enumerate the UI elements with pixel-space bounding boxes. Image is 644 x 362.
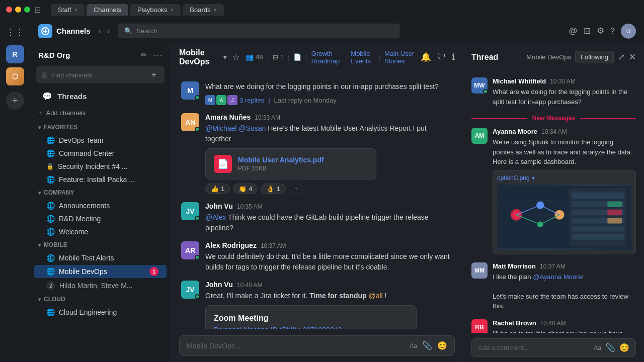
divider-line-right <box>580 118 636 119</box>
section-favorites[interactable]: ▾ FAVORITES <box>30 121 171 134</box>
channel-link-mobile-events[interactable]: Mobile Events <box>351 50 374 65</box>
channel-cloud-engineering-label: Cloud Engineering <box>59 308 158 316</box>
tab-channels[interactable]: Channels <box>87 4 128 16</box>
tab-boards[interactable]: Boards × <box>183 4 224 16</box>
bookmark-icon[interactable]: ⊟ <box>584 26 591 36</box>
globe-icon: 🌐 <box>46 308 55 316</box>
channel-members-count: 48 <box>256 53 263 61</box>
tab-boards-close[interactable]: × <box>214 7 217 13</box>
channel-devops-team[interactable]: 🌐 DevOps Team <box>34 134 167 146</box>
channel-cloud-engineering[interactable]: 🌐 Cloud Engineering <box>34 306 167 318</box>
threads-label: Threads <box>57 92 87 101</box>
close-button[interactable] <box>6 7 12 13</box>
sidebar-item-threads[interactable]: 💬 Threads <box>34 87 167 105</box>
channel-announcements-label: Announcements <box>59 202 158 210</box>
workspace-icon-1[interactable]: R <box>6 45 24 63</box>
file-name[interactable]: Mobile User Analytics.pdf <box>238 156 368 164</box>
dm-hilda-steve[interactable]: 2 Hilda Martin, Steve M... <box>34 279 167 292</box>
channel-announcements[interactable]: 🌐 Announcements <box>34 200 167 212</box>
channel-meta: 👥 48 | ⊟ 1 | 📄 | Growth Roadm <box>246 50 415 65</box>
tab-staff[interactable]: Staff × <box>51 4 85 16</box>
following-button[interactable]: Following <box>575 51 614 63</box>
mention-alex[interactable]: @Alex <box>205 213 226 221</box>
channel-command-center[interactable]: 🌐 Command Center <box>34 147 167 159</box>
reaction-clap[interactable]: 👏 4 <box>233 184 258 194</box>
channel-link-growth-roadmap[interactable]: Growth Roadmap <box>311 50 341 65</box>
message-text-5: Great, I'll make a Jira ticket for it. T… <box>205 291 453 301</box>
channel-welcome[interactable]: 🌐 Welcome <box>34 226 167 238</box>
forward-button[interactable]: › <box>105 25 112 38</box>
channel-rnd-meeting[interactable]: 🌐 R&D Meeting <box>34 213 167 225</box>
thread-emoji-icon[interactable]: 😊 <box>619 343 629 352</box>
emoji-icon[interactable]: 😊 <box>437 341 447 350</box>
thread-replies-button[interactable]: M A J 3 replies | Last reply on Monday <box>205 95 453 105</box>
add-channel-button[interactable]: + <box>148 69 159 80</box>
attach-icon[interactable]: 📎 <box>422 341 432 350</box>
thread-text-1: What are we doing for the logging points… <box>493 87 636 107</box>
image-filename[interactable]: optionC.png ▾ <box>497 174 631 182</box>
channel-files-button[interactable]: 📄 <box>293 53 301 61</box>
msg-3-rest: Think we could have the GitLab build pip… <box>205 213 429 232</box>
workspace-icon-2[interactable]: ⬡ <box>6 67 24 85</box>
minimize-button[interactable] <box>15 7 21 13</box>
mention-susan[interactable]: @Susan <box>238 124 266 132</box>
search-bar[interactable]: 🔍 Search <box>118 24 399 38</box>
tab-playbooks[interactable]: Playbooks × <box>130 4 181 16</box>
find-channels-input[interactable] <box>51 71 144 79</box>
section-mobile[interactable]: ▾ MOBILE <box>30 238 171 251</box>
avatar: M <box>181 81 199 100</box>
thread-comment-input[interactable] <box>478 344 590 351</box>
thread-attach-icon[interactable]: 📎 <box>605 343 615 352</box>
channel-mobile-devops-badge: 1 <box>149 267 158 276</box>
globe-icon: 🌐 <box>46 267 55 276</box>
sidebar-org-name: R&D Org <box>38 51 70 59</box>
thread-text-4: I'll be on to trouble-shoot any issues w… <box>493 329 636 333</box>
reaction-ok[interactable]: 👌 1 <box>261 184 285 194</box>
compose-icon[interactable]: ✏ <box>138 49 149 60</box>
channel-bookmark-button[interactable]: ⊟ 1 <box>273 53 284 61</box>
topbar: Channels ‹ › 🔍 Search @ ⊟ ⚙ ? U <box>30 19 644 43</box>
brand-name: Channels <box>56 27 91 35</box>
channel-mobile-test-alerts[interactable]: 🌐 Mobile Test Alerts <box>34 252 167 264</box>
close-thread-icon[interactable]: ✕ <box>629 52 636 62</box>
expand-thread-icon[interactable]: ⤢ <box>618 52 625 62</box>
user-avatar[interactable]: U <box>621 24 636 39</box>
at-icon[interactable]: @ <box>569 26 577 36</box>
mention-all[interactable]: @all <box>369 292 383 300</box>
table-row: AR Alex Rodriguez 10:37 AM We could defi… <box>171 239 463 275</box>
channel-members-button[interactable]: 👥 48 <box>246 53 263 61</box>
lock-icon: 🔒 <box>46 163 54 170</box>
mention-ayanna[interactable]: @Ayanna Moore <box>533 273 582 281</box>
apps-icon[interactable]: ⋮⋮ <box>6 23 24 41</box>
channel-feature-install[interactable]: 🌐 Feature: Install Packa ... <box>34 173 167 186</box>
channel-mobile-devops[interactable]: 🌐 Mobile DevOps 1 <box>34 265 167 278</box>
channel-info-icon[interactable]: ℹ <box>452 52 455 62</box>
thread-input-area: Aa 📎 😊 <box>463 333 644 362</box>
svg-point-9 <box>554 210 564 219</box>
channel-mute-icon[interactable]: 🔔 <box>421 52 431 62</box>
section-cloud[interactable]: ▾ CLOUD <box>30 293 171 306</box>
channel-link-user-stories[interactable]: Main User Stories <box>384 50 415 65</box>
settings-icon[interactable]: ⚙ <box>597 26 604 36</box>
help-icon[interactable]: ? <box>610 26 615 36</box>
channel-dropdown-icon[interactable]: ▾ <box>223 54 226 61</box>
cloud-chevron-icon: ▾ <box>38 297 41 302</box>
add-channels-button[interactable]: + Add channels <box>30 105 171 121</box>
sidebar-more-icon[interactable]: ⋯ <box>153 49 163 60</box>
add-workspace-button[interactable]: + <box>6 92 24 110</box>
mention-michael[interactable]: @Michael <box>205 124 236 132</box>
add-reaction-button[interactable]: + <box>289 184 304 194</box>
message-input[interactable] <box>187 342 405 350</box>
channel-star-icon[interactable]: ☆ <box>232 52 239 62</box>
back-button[interactable]: ‹ <box>97 25 103 38</box>
section-company[interactable]: ▾ COMPANY <box>30 186 171 199</box>
channel-security-incident[interactable]: 🔒 Security Incident #4 ... <box>34 160 167 172</box>
reaction-thumbsup[interactable]: 👍 1 <box>205 184 230 194</box>
channel-shield-icon[interactable]: 🛡 <box>437 52 446 62</box>
thread-title-label: Thread <box>471 53 522 62</box>
maximize-button[interactable] <box>24 7 30 13</box>
tab-staff-close[interactable]: × <box>74 7 77 13</box>
online-indicator <box>195 294 200 299</box>
favorites-label: FAVORITES <box>44 124 77 131</box>
tab-playbooks-close[interactable]: × <box>171 7 174 13</box>
